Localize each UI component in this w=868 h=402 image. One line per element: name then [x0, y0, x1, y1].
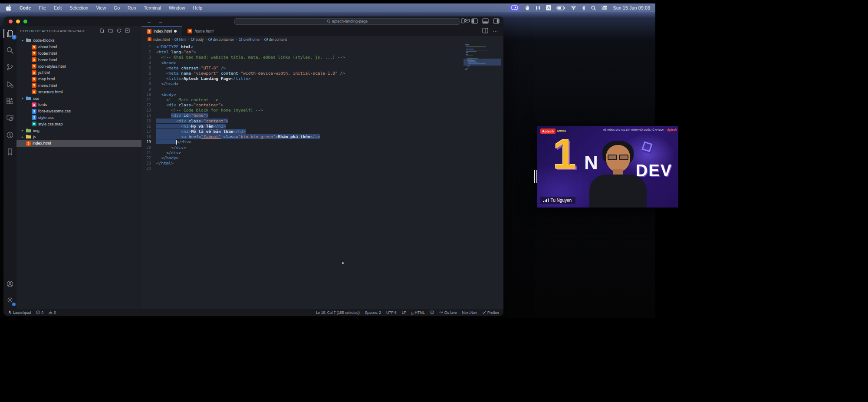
menu-item-selection[interactable]: Selection: [66, 4, 92, 11]
code-editor[interactable]: 1<!DOCTYPE html>2<html lang="en">3 <!-- …: [141, 43, 464, 309]
code-line[interactable]: 6 <meta name="viewport" content="width=d…: [141, 71, 464, 76]
new-file-icon[interactable]: [100, 28, 105, 34]
editor-more-actions-icon[interactable]: ···: [493, 29, 499, 33]
menu-item-code[interactable]: Code: [16, 4, 35, 11]
menu-item-edit[interactable]: Edit: [50, 4, 66, 11]
new-folder-icon[interactable]: [108, 28, 113, 34]
status-item-spaces-2[interactable]: Spaces: 2: [365, 310, 381, 315]
menu-clock[interactable]: Sun 15 Jun 09:03: [613, 5, 650, 10]
toggle-panel-icon[interactable]: [483, 19, 488, 24]
video-drag-handle[interactable]: [534, 170, 537, 183]
collapse-folders-icon[interactable]: [125, 28, 130, 34]
file-row-img[interactable]: ▸img: [16, 127, 141, 134]
file-row-structure.html[interactable]: 5structure.html: [16, 89, 141, 95]
code-line[interactable]: 4 <head>: [141, 60, 464, 66]
code-line[interactable]: 1<!DOCTYPE html>: [141, 44, 464, 49]
file-row-about.html[interactable]: 5about.html: [16, 44, 141, 50]
breadcrumb-item[interactable]: 5index.html: [148, 37, 170, 42]
airpods-icon[interactable]: [536, 6, 540, 10]
command-center-search[interactable]: aptech-landing-page: [234, 18, 460, 25]
control-center-icon[interactable]: [602, 6, 607, 10]
file-row-js.html[interactable]: 5js.html: [16, 69, 141, 76]
bluetooth-icon[interactable]: [582, 6, 585, 10]
code-line[interactable]: 23</html>: [141, 161, 464, 166]
live-preview-icon[interactable]: [5, 113, 15, 123]
status-item-0[interactable]: 0: [36, 310, 43, 315]
file-row-js[interactable]: ▸js: [16, 134, 141, 140]
apple-menu-icon[interactable]: [6, 5, 13, 11]
file-row-map.html[interactable]: 5map.html: [16, 76, 141, 82]
webcam-overlay[interactable]: Aptech APTECH HỆ THỐNG ĐÀO TẠO LẬP TRÌNH…: [537, 126, 678, 208]
navigate-back-icon[interactable]: ←: [147, 18, 152, 24]
tab-home-html[interactable]: 5 home.html: [182, 26, 219, 36]
file-row-icon-styles.html[interactable]: 5icon-styles.html: [16, 63, 141, 69]
customize-layout-icon[interactable]: [461, 18, 467, 24]
menu-item-go[interactable]: Go: [110, 4, 124, 11]
code-line[interactable]: 5 <meta charset="UTF-8" />: [141, 66, 464, 71]
file-row-index.html[interactable]: 5index.html: [16, 140, 141, 147]
code-line[interactable]: 8 </head>: [141, 81, 464, 86]
code-line[interactable]: 12 <div class="container">: [141, 102, 464, 108]
code-line[interactable]: 20 </div>: [141, 145, 464, 150]
file-row-fonts[interactable]: Afonts: [16, 102, 141, 108]
status-item-html[interactable]: {}HTML: [411, 310, 425, 315]
run-debug-icon[interactable]: [5, 79, 15, 89]
status-item-launchpad[interactable]: Launchpad: [8, 310, 31, 315]
code-line[interactable]: 2<html lang="en">: [141, 49, 464, 55]
menu-item-help[interactable]: Help: [189, 4, 206, 11]
status-item-ln-19-col-7-185-selected[interactable]: Ln 19, Col 7 (185 selected): [316, 310, 360, 315]
hand-icon[interactable]: [525, 5, 530, 10]
zoom-window-button[interactable]: [23, 20, 27, 23]
status-item[interactable]: [430, 310, 434, 315]
status-item-utf-8[interactable]: UTF-8: [386, 310, 397, 315]
split-editor-icon[interactable]: [483, 28, 488, 34]
file-row-menu.html[interactable]: 5menu.html: [16, 82, 141, 89]
file-row-css[interactable]: ▾css: [16, 95, 141, 102]
breadcrumb-item[interactable]: div.container: [208, 37, 234, 42]
breadcrumb-item[interactable]: div#home: [239, 37, 260, 42]
navigate-forward-icon[interactable]: →: [158, 18, 163, 24]
menu-item-window[interactable]: Window: [165, 4, 189, 11]
source-control-icon[interactable]: [5, 63, 15, 72]
wifi-icon[interactable]: [571, 6, 576, 10]
extensions-icon[interactable]: [5, 96, 15, 106]
code-line[interactable]: 9: [141, 87, 464, 92]
breadcrumb-item[interactable]: body: [191, 37, 204, 42]
menu-item-view[interactable]: View: [92, 4, 110, 11]
tab-index-html[interactable]: 5 index.html: [141, 26, 182, 36]
file-row-style.css[interactable]: 3style.css: [16, 115, 141, 121]
file-row-footer.html[interactable]: 5footer.html: [16, 50, 141, 57]
menu-item-run[interactable]: Run: [124, 4, 140, 11]
file-row-style.css.map[interactable]: Mstyle.css.map: [16, 121, 141, 127]
toggle-secondary-sidebar-icon[interactable]: [493, 19, 499, 24]
breadcrumb-item[interactable]: div.content: [264, 37, 287, 42]
status-item-next-nav[interactable]: Next.Nav: [462, 310, 477, 315]
menu-item-file[interactable]: File: [35, 4, 50, 11]
code-line[interactable]: 15 <div class="content">: [141, 119, 464, 124]
file-row-code-blocks[interactable]: ▾code-blocks: [16, 37, 141, 44]
minimize-window-button[interactable]: [16, 20, 20, 23]
code-line[interactable]: 16 <h1>Họ và Tên</h1>: [141, 124, 464, 129]
code-line[interactable]: 18 <a href="#about" class="btn btn-green…: [141, 134, 464, 139]
code-line[interactable]: 11 <!-- Main content -->: [141, 97, 464, 102]
battery-icon[interactable]: [557, 6, 565, 10]
code-line[interactable]: 17 <h3>Mô tả về bản thân</h3>: [141, 129, 464, 134]
status-item-0[interactable]: 0: [49, 310, 56, 315]
input-source-icon[interactable]: A: [546, 5, 551, 10]
live-share-icon[interactable]: [5, 130, 15, 140]
code-line[interactable]: 3 <!-- Khai bao head: website title, met…: [141, 55, 464, 60]
explorer-icon[interactable]: 1: [5, 29, 15, 38]
code-line[interactable]: 24: [141, 166, 464, 171]
spotlight-icon[interactable]: [591, 6, 596, 10]
code-line[interactable]: 22 </body>: [141, 155, 464, 161]
settings-gear-icon[interactable]: [5, 295, 15, 305]
more-actions-icon[interactable]: ···: [133, 29, 138, 33]
code-line[interactable]: 7 <title>Aptech Landing Page</title>: [141, 76, 464, 81]
toggle-primary-sidebar-icon[interactable]: [472, 19, 477, 24]
code-line[interactable]: 19 </div>: [141, 139, 464, 145]
bookmarks-icon[interactable]: [5, 147, 15, 157]
account-icon[interactable]: [5, 279, 15, 289]
file-row-home.html[interactable]: 5home.html: [16, 56, 141, 63]
file-row-font-awesome.css[interactable]: 3font-awesome.css: [16, 108, 141, 115]
breadcrumb-item[interactable]: html: [174, 37, 186, 42]
